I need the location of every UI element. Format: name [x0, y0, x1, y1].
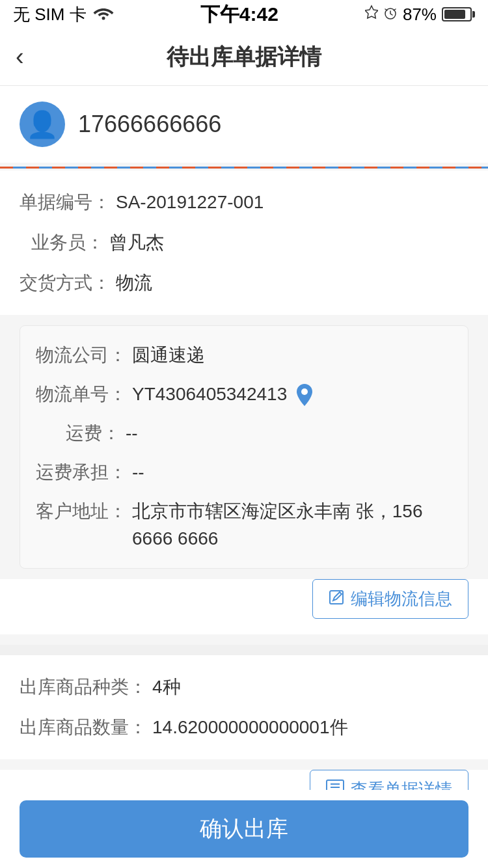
order-no-label: 单据编号：: [20, 189, 111, 216]
goods-types-label: 出库商品种类：: [20, 673, 147, 701]
status-left: 无 SIM 卡: [13, 3, 114, 26]
goods-types-value: 4种: [152, 673, 468, 701]
order-no-row: 单据编号： SA-20191227-001: [20, 189, 468, 216]
delivery-row: 交货方式： 物流: [20, 269, 468, 297]
freight-value: --: [126, 420, 452, 447]
goods-qty-label: 出库商品数量：: [20, 714, 147, 741]
edit-icon: [329, 590, 344, 609]
confirm-button[interactable]: 确认出库: [20, 800, 468, 858]
page-title: 待出库单据详情: [167, 42, 321, 72]
salesman-row: 业务员： 曾凡杰: [20, 229, 468, 256]
delivery-label: 交货方式：: [20, 269, 111, 297]
edit-logistics-label: 编辑物流信息: [351, 588, 452, 610]
logistics-company-row: 物流公司： 圆通速递: [36, 342, 452, 369]
back-button[interactable]: ‹: [16, 43, 24, 71]
salesman-value: 曾凡杰: [109, 229, 468, 256]
section-divider: [0, 645, 488, 655]
address-label: 客户地址：: [36, 498, 127, 525]
freight-label: 运费：: [36, 420, 120, 447]
battery-icon: [442, 7, 475, 21]
status-bar: 无 SIM 卡 下午4:42 87%: [0, 0, 488, 29]
tracking-location-pin[interactable]: [295, 383, 314, 405]
goods-qty-row: 出库商品数量： 14.620000000000001件: [20, 714, 468, 741]
person-icon: 👤: [26, 109, 59, 140]
order-no-value: SA-20191227-001: [116, 189, 468, 216]
status-right: 87%: [365, 5, 475, 25]
time-display: 下午4:42: [200, 1, 278, 28]
logistics-company-value: 圆通速递: [132, 342, 452, 369]
carrier-text: 无 SIM 卡: [13, 3, 87, 26]
tracking-no-row: 物流单号： YT4306405342413: [36, 381, 452, 408]
svg-point-0: [102, 16, 105, 20]
edit-logistics-button[interactable]: 编辑物流信息: [312, 579, 468, 619]
goods-qty-value: 14.620000000000001件: [152, 714, 468, 741]
confirm-btn-wrapper: 确认出库: [0, 790, 488, 868]
salesman-label: 业务员：: [20, 229, 104, 256]
battery-percent: 87%: [403, 5, 437, 25]
goods-section: 出库商品种类： 4种 出库商品数量： 14.620000000000001件: [0, 655, 488, 759]
logistics-company-label: 物流公司：: [36, 342, 127, 369]
dashed-separator: [0, 165, 488, 170]
address-value: 北京市市辖区海淀区永丰南 张，156 6666 6666: [132, 498, 452, 552]
logistics-card: 物流公司： 圆通速递 物流单号： YT4306405342413 运费： -- …: [20, 325, 468, 569]
avatar: 👤: [20, 102, 65, 147]
customer-header: 👤 17666666666: [0, 86, 488, 163]
wifi-icon: [93, 5, 114, 25]
order-info-section: 单据编号： SA-20191227-001 业务员： 曾凡杰 交货方式： 物流: [0, 170, 488, 315]
freight-bearer-label: 运费承担：: [36, 459, 127, 486]
address-row: 客户地址： 北京市市辖区海淀区永丰南 张，156 6666 6666: [36, 498, 452, 552]
freight-row: 运费： --: [36, 420, 452, 447]
delivery-value: 物流: [116, 269, 468, 297]
tracking-no-label: 物流单号：: [36, 381, 127, 408]
customer-phone: 17666666666: [78, 111, 221, 138]
goods-types-row: 出库商品种类： 4种: [20, 673, 468, 701]
edit-btn-wrapper: 编辑物流信息: [0, 579, 488, 634]
freight-bearer-value: --: [132, 459, 452, 486]
tracking-no-value: YT4306405342413: [132, 381, 452, 408]
alarm-icon: [383, 5, 398, 25]
nav-bar: ‹ 待出库单据详情: [0, 29, 488, 86]
freight-bearer-row: 运费承担： --: [36, 459, 452, 486]
svg-point-2: [301, 388, 308, 395]
location-icon: [365, 5, 378, 25]
